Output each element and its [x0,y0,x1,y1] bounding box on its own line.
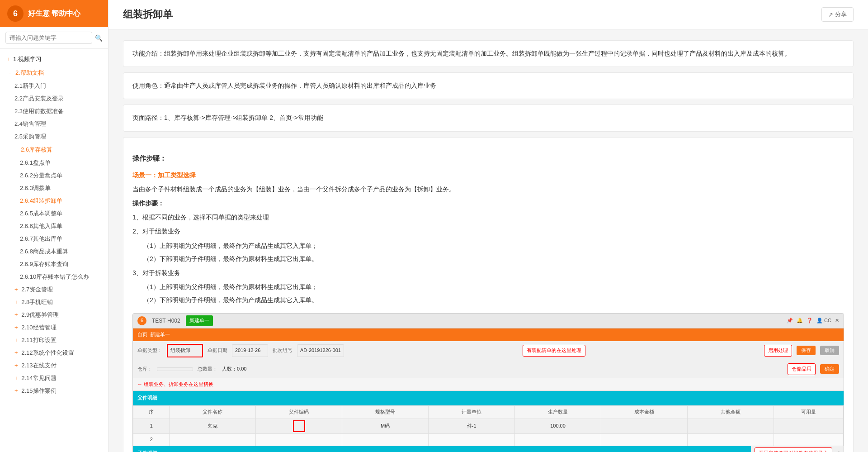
warehouse-label: 仓库： [137,365,152,374]
sidebar-header: 6 好生意 帮助中心 [0,0,108,27]
sidebar-item-docs-23[interactable]: 2.3使用前数据准备 [0,105,108,118]
sidebar-item-docs-212[interactable]: + 2.12系统个性化设置 [0,347,108,359]
sidebar-sub-label: 2.6.8商品成本重算 [20,248,68,255]
sidebar-sub-label: 2.6.1盘点单 [20,159,51,166]
sidebar-item-docs[interactable]: － 2.帮助文档 [0,66,108,80]
group-value: AD-20191226-001 [297,344,344,357]
share-label: 分享 [835,10,847,19]
cell-code [256,433,342,446]
sidebar-sub-label: 2.4销售管理 [14,120,46,127]
sidebar-sub-label: 2.12系统个性化设置 [21,349,74,356]
expand-icon: + [14,387,18,394]
screenshot-form-row: 单据类型： 组装拆卸 单据日期 2019-12-26 批次组号 AD-20191… [133,341,844,361]
sidebar-item-docs-21[interactable]: 2.1新手入门 [0,80,108,92]
col-spec: 规格型号 [342,406,429,419]
cancel-button[interactable]: 取消 [820,346,839,355]
sidebar-sub-label: 2.6.2分量盘点单 [20,172,62,179]
expand-icon: + [14,337,18,343]
sidebar-item-video[interactable]: + 1.视频学习 [0,52,108,66]
cell-other [687,433,774,446]
table-row: 2 [133,433,844,446]
screenshot-sub-table-header: 子件明细 [133,446,751,452]
sidebar-item-docs-262[interactable]: 2.6.2分量盘点单 [0,169,108,182]
expand-icon: + [14,375,18,381]
col-other: 其他金额 [687,406,774,419]
sidebar-sub-label: 2.6.6其他入库单 [20,223,62,229]
sidebar-sub-label: 2.14常见问题 [21,375,56,381]
group-label: 批次组号 [273,346,292,355]
sidebar-item-docs-267[interactable]: 2.6.7其他出库单 [0,233,108,245]
sidebar-item-docs-211[interactable]: + 2.11打印设置 [0,334,108,347]
sidebar-item-docs-25[interactable]: 2.5采购管理 [0,130,108,143]
role-text: 使用角色：通常由生产人员或库管人员完成拆装业务的操作，库管人员确认原材料的出库和… [132,82,436,89]
col-parent-name: 父件名称 [170,406,256,419]
path-block: 页面路径：1、库存核算->库存管理->组装拆卸单 2、首页->常用功能 [123,105,854,131]
annotation1-wrap: 有装配清单的在这里处理 [349,345,760,357]
scene-desc: 当由多个子件材料组装成一个成品的业务为【组装】业务，当由一个父件拆分成多个子产品… [132,184,844,195]
step2-2: （2）下部明细为子件明细，最终作为原材料生成其它出库单。 [143,253,844,265]
intro-block: 功能介绍：组装拆卸单用来处理企业组装或拆卸等加工业务，支持有固定装配清单的产品加… [123,40,854,67]
sidebar-item-docs-2610[interactable]: 2.6.10库存账本错了怎么办 [0,271,108,283]
sidebar-sub-label: 2.11打印设置 [21,337,56,343]
logo-icon: 6 [7,5,24,22]
sidebar-sub-label: 2.6.9库存账本查询 [20,261,68,267]
share-button[interactable]: ↗ 分享 [821,7,854,22]
sidebar-item-docs-22[interactable]: 2.2产品安装及登录 [0,92,108,105]
expand-icon: + [14,286,18,293]
annotation1-text: 有装配清单的在这里处理 [523,345,585,357]
sidebar-sub-label: 2.6库存核算 [21,146,52,154]
col-qty: 生产数量 [515,406,601,419]
sidebar-item-docs-261[interactable]: 2.6.1盘点单 [0,157,108,169]
date-label: 单据日期 [208,346,227,355]
sidebar-item-docs-266[interactable]: 2.6.6其他入库单 [0,220,108,233]
cell-unit [429,433,515,446]
sidebar-item-docs-265[interactable]: 2.6.5成本调整单 [0,207,108,220]
date-value: 2019-12-26 [232,344,268,357]
sidebar-item-docs-268[interactable]: 2.6.8商品成本重算 [0,245,108,258]
sidebar-item-docs-26[interactable]: － 2.6库存核算 [0,143,108,157]
share-icon: ↗ [828,11,833,18]
cell-prod-qty: 100.00 [515,419,601,434]
scene-title: 场景一：加工类型选择 [132,170,844,181]
collapse-icon: － [7,69,13,77]
step2-1: （1）上部明细为父件明细，最终作为产成品生成其它入库单； [143,240,844,252]
sidebar-item-docs-29[interactable]: + 2.9优惠券管理 [0,309,108,321]
sidebar-item-docs-28[interactable]: + 2.8手机旺铺 [0,296,108,309]
expand-icon: + [14,349,18,356]
sidebar: 6 好生意 帮助中心 🔍 + 1.视频学习 － 2.帮助文档 2.1新手入门 2… [0,0,108,452]
table-row: 1 夹克 M码 件-1 100.00 [133,419,844,434]
search-icon[interactable]: 🔍 [95,34,103,42]
steps-block: 操作步骤： 场景一：加工类型选择 当由多个子件材料组装成一个成品的业务为【组装】… [123,137,854,452]
collapse-icon: － [13,146,18,154]
screenshot-tab: 新建单一 [186,315,213,326]
sidebar-title: 好生意 帮助中心 [28,9,80,19]
search-bar: 🔍 [0,27,108,49]
step3: 3、对于拆装业务 [132,267,844,279]
sidebar-item-docs-264[interactable]: 2.6.4组装拆卸单 [0,195,108,207]
qty-label: 总数量： [198,365,217,374]
type-label: 单据类型： [137,346,162,355]
step3-2: （2）下部明细为子件明细，最终作为产成品生成其它入库单。 [143,295,844,306]
intro-text: 功能介绍：组装拆卸单用来处理企业组装或拆卸等加工业务，支持有固定装配清单的产品加… [132,50,791,57]
cell-code [256,419,342,434]
sidebar-item-docs-269[interactable]: 2.6.9库存账本查询 [0,258,108,271]
sidebar-item-docs-24[interactable]: 2.4销售管理 [0,118,108,130]
main-body: 功能介绍：组装拆卸单用来处理企业组装或拆卸等加工业务，支持有固定装配清单的产品加… [108,29,868,452]
expand-icon: + [7,56,10,62]
sidebar-sub-label: 2.6.4组装拆卸单 [20,197,62,204]
sidebar-item-docs-27[interactable]: + 2.7资金管理 [0,283,108,296]
annotation4-text: 无固定清单可以组件在这里录入 [755,447,832,452]
sidebar-item-docs-214[interactable]: + 2.14常见问题 [0,372,108,385]
sidebar-item-docs-263[interactable]: 2.6.3调拨单 [0,182,108,195]
sidebar-item-docs-210[interactable]: + 2.10经营管理 [0,321,108,334]
search-input[interactable] [5,32,92,44]
sidebar-sub-label: 2.7资金管理 [21,286,53,293]
sidebar-item-docs-215[interactable]: + 2.15操作案例 [0,385,108,397]
sidebar-sub-label: 2.1新手入门 [14,82,46,89]
confirm-button[interactable]: 确定 [820,364,839,374]
sidebar-item-docs-213[interactable]: + 2.13在线支付 [0,359,108,372]
steps-title: 操作步骤： [132,152,844,164]
cell-name [170,433,256,446]
save-button[interactable]: 保存 [797,346,816,355]
expand-icon-btn[interactable]: ⤢ [836,449,840,452]
